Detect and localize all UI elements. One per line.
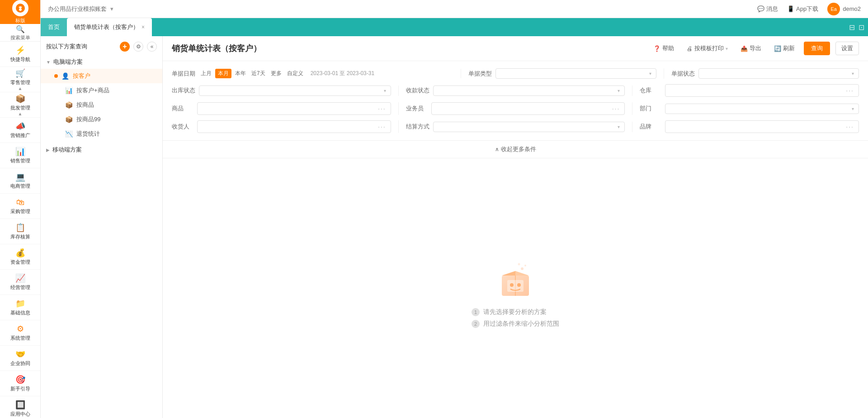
- date-shortcuts: 上月 本月 本年 近7天 更多 自定义 2023-03-01 至 2023-03…: [199, 69, 453, 78]
- sidebar-item-enterprise[interactable]: 🤝 企业协同: [0, 346, 41, 371]
- receiver-dots: ···: [378, 123, 386, 130]
- doc-type-select[interactable]: ▾: [495, 68, 656, 79]
- department-select[interactable]: ▾: [665, 104, 859, 114]
- brand-input[interactable]: ···: [665, 120, 859, 133]
- maximize-icon[interactable]: ⊡: [859, 23, 864, 32]
- warehouse-input[interactable]: ···: [665, 84, 859, 97]
- filter-salesperson: 业务员 ···: [406, 102, 633, 115]
- apps-icon: 🔲: [15, 400, 25, 410]
- export-label: 导出: [750, 44, 761, 52]
- business-icon: 📈: [15, 273, 25, 283]
- filter-shipment: 出库状态 ▾: [172, 86, 399, 96]
- settings-btn[interactable]: 设置: [835, 42, 859, 55]
- scheme-customer-label: 按客户: [73, 72, 90, 80]
- filter-settlement: 结算方式 ▾: [406, 122, 633, 132]
- sidebar-item-finance[interactable]: 💰 资金管理: [0, 244, 41, 270]
- scheme-item-by-product99[interactable]: 📦 按商品99: [41, 112, 162, 127]
- tip-text-2: 用过滤条件来缩小分析范围: [483, 320, 559, 328]
- last-month-btn[interactable]: 上月: [199, 69, 213, 78]
- settlement-select[interactable]: ▾: [433, 122, 625, 132]
- desktop-scheme-header[interactable]: ▼ 电脑端方案: [41, 55, 162, 69]
- doc-status-select[interactable]: ▾: [698, 68, 859, 79]
- sidebar-item-newguide[interactable]: 🎯 新手引导: [0, 371, 41, 396]
- doc-type-arrow: ▾: [649, 71, 651, 76]
- settlement-label: 结算方式: [406, 123, 429, 131]
- app-download-btn[interactable]: 📱 App下载: [787, 5, 818, 13]
- last7-btn[interactable]: 近7天: [250, 69, 267, 78]
- filter-product: 商品 ···: [172, 102, 399, 115]
- payment-select[interactable]: ▾: [433, 86, 625, 96]
- sidebar-item-wholesale[interactable]: 📦 批发管理 ▲: [0, 92, 41, 118]
- scheme-item-return-stats[interactable]: 📉 退货统计: [41, 127, 162, 141]
- industry-dropdown-icon[interactable]: ▾: [110, 5, 113, 12]
- salesperson-dots: ···: [612, 105, 620, 112]
- message-label: 消息: [766, 5, 778, 13]
- sidebar-item-apps[interactable]: 🔲 应用中心: [0, 396, 41, 418]
- warehouse-label: 仓库: [640, 86, 661, 95]
- minimize-icon[interactable]: ⊟: [849, 23, 855, 32]
- more-btn[interactable]: 更多: [269, 69, 283, 78]
- enterprise-icon: 🤝: [15, 349, 25, 359]
- svg-point-10: [524, 265, 526, 266]
- main-area: 办公用品行业模拟账套 ▾ 💬 消息 📱 App下载 Ea demo2 首页: [41, 0, 868, 418]
- shipment-select[interactable]: ▾: [199, 86, 391, 96]
- sidebar-item-marketing[interactable]: 📣 营销推广: [0, 118, 41, 143]
- add-scheme-btn[interactable]: +: [120, 42, 130, 52]
- panel-actions: + ⚙ «: [120, 42, 157, 52]
- app-download-label: App下载: [796, 5, 818, 13]
- customer-icon: 👤: [61, 72, 69, 80]
- query-btn[interactable]: 查询: [804, 42, 830, 55]
- sidebar-item-purchase[interactable]: 🛍 采购管理: [0, 194, 41, 219]
- filter-row-1: 单据日期 上月 本月 本年 近7天 更多 自定义 2023-03-01 至 20…: [172, 68, 859, 79]
- warehouse-dots: ···: [846, 87, 854, 94]
- sidebar-item-business[interactable]: 📈 经营管理: [0, 270, 41, 295]
- settings-scheme-btn[interactable]: ⚙: [133, 42, 143, 52]
- scheme-product-label: 按商品: [76, 101, 94, 109]
- search-menu-item[interactable]: 🔍 搜索菜单: [0, 24, 41, 42]
- settlement-control: ▾: [433, 122, 625, 132]
- settlement-arrow: ▾: [618, 124, 620, 129]
- filter-row-2: 出库状态 ▾ 收款状态 ▾: [172, 84, 859, 97]
- export-btn[interactable]: 📤 导出: [737, 43, 765, 54]
- help-icon: ❓: [653, 45, 660, 52]
- tab-home[interactable]: 首页: [41, 18, 67, 36]
- sidebar-item-system[interactable]: ⚙ 系统管理: [0, 320, 41, 346]
- sidebar-item-inventory[interactable]: 📋 库存核算: [0, 219, 41, 244]
- receiver-input[interactable]: ···: [197, 120, 391, 133]
- sidebar-item-ecommerce[interactable]: 💻 电商管理: [0, 168, 41, 194]
- sidebar-item-sales[interactable]: 📊 销售管理: [0, 143, 41, 168]
- custom-btn[interactable]: 自定义: [285, 69, 305, 78]
- message-btn[interactable]: 💬 消息: [757, 5, 778, 13]
- sidebar-item-quick[interactable]: ⚡ 快捷导航: [0, 42, 41, 67]
- scheme-product99-label: 按商品99: [76, 115, 100, 124]
- user-profile[interactable]: Ea demo2: [827, 3, 861, 15]
- scheme-item-customer-product[interactable]: 📊 按客户+商品: [41, 83, 162, 98]
- app-logo[interactable]: 标版: [0, 0, 41, 24]
- sidebar-item-retail[interactable]: 🛒 零售管理 ▲: [0, 67, 41, 92]
- tab-bar: 首页 销货单统计表（按客户） × ⊟ ⊡: [41, 18, 868, 36]
- scheme-item-by-customer[interactable]: 👤 按客户: [41, 69, 162, 83]
- this-year-btn[interactable]: 本年: [233, 69, 248, 78]
- refresh-label: 刷新: [783, 44, 795, 52]
- desktop-scheme-arrow: ▼: [46, 60, 51, 65]
- scheme-item-by-product[interactable]: 📦 按商品: [41, 98, 162, 112]
- product-input[interactable]: ···: [197, 102, 391, 115]
- tab-sales-stats[interactable]: 销货单统计表（按客户） ×: [67, 18, 152, 36]
- settings-icon: ⚙: [136, 43, 141, 50]
- collapse-bar[interactable]: ∧ 收起更多条件: [163, 141, 868, 158]
- help-btn[interactable]: ❓ 帮助: [650, 43, 678, 54]
- refresh-btn[interactable]: 🔄 刷新: [770, 43, 798, 54]
- doc-type-control: ▾: [495, 68, 656, 79]
- inventory-icon: 📋: [15, 223, 25, 233]
- mobile-scheme-header[interactable]: ▶ 移动端方案: [41, 143, 162, 157]
- search-label: 搜索菜单: [10, 34, 30, 41]
- salesperson-input[interactable]: ···: [431, 102, 625, 115]
- collapse-panel-btn[interactable]: «: [147, 42, 157, 52]
- sidebar-item-basic[interactable]: 📁 基础信息: [0, 295, 41, 320]
- help-label: 帮助: [662, 44, 674, 52]
- this-month-btn[interactable]: 本月: [215, 69, 231, 78]
- tab-window-controls: ⊟ ⊡: [849, 23, 864, 32]
- user-avatar: Ea: [827, 3, 840, 15]
- tab-close-btn[interactable]: ×: [142, 24, 145, 30]
- print-btn[interactable]: 🖨 按模板打印 ▾: [683, 43, 731, 54]
